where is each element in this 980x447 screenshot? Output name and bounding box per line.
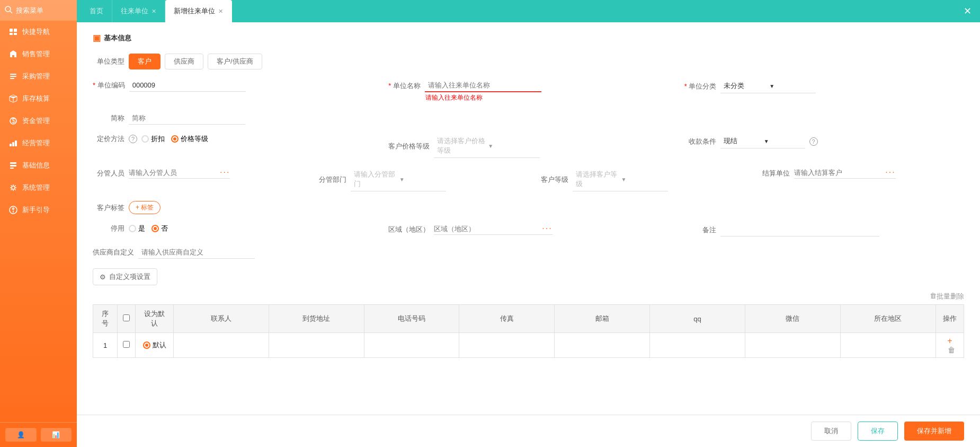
- disabled-label: 停用: [93, 224, 124, 233]
- row-default-radio[interactable]: 默认: [141, 340, 168, 350]
- radio-yes[interactable]: 是: [129, 224, 145, 233]
- unit-category-select[interactable]: 未分类 ▼: [720, 79, 816, 93]
- sidebar-item-finance[interactable]: $ 资金管理: [0, 110, 77, 132]
- settlement-label: 结算单位: [758, 169, 790, 178]
- save-button[interactable]: 保存: [858, 422, 898, 441]
- manager-more-btn[interactable]: ···: [220, 168, 230, 177]
- sidebar-item-label: 新手引导: [22, 205, 50, 215]
- row-wechat-input[interactable]: [751, 341, 835, 349]
- settlement-input[interactable]: [794, 169, 883, 177]
- note-label: 备注: [684, 225, 716, 235]
- customer-tag-group: 客户标签 + 标签: [93, 201, 964, 214]
- customer-price-select[interactable]: 请选择客户价格等级 ▼: [434, 134, 540, 158]
- row-address-input[interactable]: [274, 341, 359, 349]
- unit-type-label: 单位类型: [93, 57, 124, 66]
- tab-home[interactable]: 首页: [81, 0, 112, 22]
- sidebar-item-inventory[interactable]: 库存核算: [0, 87, 77, 110]
- payment-help-icon[interactable]: ?: [809, 137, 818, 146]
- sidebar-item-label: 经营管理: [22, 138, 50, 148]
- payment-select[interactable]: 现结 ▼: [720, 134, 805, 148]
- tab-new-unit-label: 新增往来单位: [174, 6, 215, 16]
- row-select[interactable]: [123, 341, 130, 348]
- table-select-all[interactable]: [123, 314, 130, 321]
- note-input[interactable]: [720, 224, 879, 236]
- pricing-help-icon[interactable]: ?: [129, 135, 137, 143]
- area-input[interactable]: [434, 225, 540, 233]
- user-btn[interactable]: 👤: [5, 428, 37, 442]
- row-del-btn[interactable]: 🗑: [948, 346, 955, 354]
- area-more-btn[interactable]: ···: [542, 224, 552, 233]
- radio-discount-circle: [141, 135, 149, 143]
- form-content: ▣ 基本信息 单位类型 客户 供应商 客户/供应商 单位编码 单位名称: [77, 22, 980, 415]
- cancel-button[interactable]: 取消: [811, 422, 851, 441]
- row-qq-input[interactable]: [655, 341, 740, 349]
- row-phone-input[interactable]: [370, 341, 454, 349]
- search-menu[interactable]: 搜索菜单: [0, 0, 77, 21]
- unit-name-input[interactable]: [425, 79, 541, 92]
- customer-price-group: 客户价格等级 请选择客户价格等级 ▼: [388, 134, 668, 158]
- stats-btn[interactable]: 📊: [41, 428, 72, 442]
- short-name-input[interactable]: [129, 112, 245, 125]
- tab-unit-list-label: 往来单位: [121, 6, 148, 16]
- table-row: 1 默认: [93, 333, 964, 358]
- tab-bar: 首页 往来单位 ✕ 新增往来单位 ✕ ✕: [77, 0, 980, 22]
- row-email-input[interactable]: [560, 341, 644, 349]
- disabled-area-row: 停用 是 否 区域（地区） ···: [93, 224, 964, 236]
- row-checkbox: [118, 333, 136, 358]
- sidebar-item-operations[interactable]: 经营管理: [0, 132, 77, 154]
- svg-point-0: [5, 6, 11, 12]
- sidebar-item-basic[interactable]: 基础信息: [0, 154, 77, 177]
- inventory-icon: [8, 94, 18, 103]
- customer-level-select[interactable]: 请选择客户等级 ▼: [573, 168, 668, 191]
- radio-no[interactable]: 否: [152, 224, 168, 233]
- sidebar-item-purchase[interactable]: 采购管理: [0, 65, 77, 87]
- unit-category-arrow: ▼: [769, 83, 813, 89]
- th-contact: 联系人: [173, 305, 269, 333]
- settlement-more-btn[interactable]: ···: [885, 168, 895, 177]
- batch-delete-area: 🗑 批量删除: [93, 292, 964, 301]
- tab-unit-list[interactable]: 往来单位 ✕: [112, 0, 165, 22]
- row-contact-input[interactable]: [179, 341, 263, 349]
- tab-unit-list-close[interactable]: ✕: [152, 8, 156, 15]
- tab-new-unit[interactable]: 新增往来单位 ✕: [165, 0, 232, 22]
- unit-type-row: 单位类型 客户 供应商 客户/供应商: [93, 54, 964, 69]
- customer-level-arrow: ▼: [621, 177, 665, 182]
- manager-input[interactable]: [129, 169, 218, 177]
- save-new-button[interactable]: 保存并新增: [904, 422, 964, 441]
- pricing-method-group: 定价方法 ? 折扣 价格等级: [93, 134, 372, 144]
- unit-code-input[interactable]: [129, 79, 246, 92]
- sidebar-item-quick-nav[interactable]: 快捷导航: [0, 21, 77, 43]
- radio-level[interactable]: 价格等级: [171, 134, 208, 144]
- sidebar-bottom: 👤 📊: [0, 422, 77, 447]
- type-btn-supplier[interactable]: 供应商: [165, 54, 203, 69]
- close-all-icon[interactable]: ✕: [959, 5, 976, 17]
- svg-rect-8: [10, 78, 14, 79]
- custom-settings-btn[interactable]: ⚙ 自定义项设置: [93, 268, 157, 285]
- radio-level-label: 价格等级: [181, 134, 208, 144]
- svg-rect-5: [14, 33, 17, 35]
- batch-delete-label[interactable]: 批量删除: [937, 292, 964, 301]
- row-add-btn[interactable]: +: [947, 336, 952, 345]
- sidebar-item-guide[interactable]: 新手引导: [0, 199, 77, 221]
- row-region-input[interactable]: [846, 341, 930, 349]
- th-email: 邮箱: [555, 305, 650, 333]
- row-phone: [364, 333, 459, 358]
- customer-price-placeholder: 请选择客户价格等级: [437, 136, 486, 155]
- th-checkbox: [118, 305, 136, 333]
- sidebar-item-sales[interactable]: 销售管理: [0, 43, 77, 65]
- type-btn-both[interactable]: 客户/供应商: [208, 54, 262, 69]
- sidebar-item-system[interactable]: 系统管理: [0, 177, 77, 199]
- customer-tag-row: 客户标签 + 标签: [93, 201, 964, 214]
- radio-discount[interactable]: 折扣: [141, 134, 165, 144]
- type-btn-customer[interactable]: 客户: [129, 54, 161, 69]
- sidebar-item-label: 采购管理: [22, 72, 50, 81]
- supplier-custom-input[interactable]: [138, 246, 255, 259]
- department-select[interactable]: 请输入分管部门 ▼: [351, 168, 446, 191]
- add-tag-btn[interactable]: + 标签: [129, 201, 161, 214]
- row-fax-input[interactable]: [465, 341, 549, 349]
- row-region: [840, 333, 936, 358]
- area-group: 区域（地区） ···: [388, 224, 668, 235]
- svg-rect-13: [15, 141, 17, 146]
- radio-yes-label: 是: [138, 224, 145, 233]
- tab-new-unit-close[interactable]: ✕: [218, 8, 223, 15]
